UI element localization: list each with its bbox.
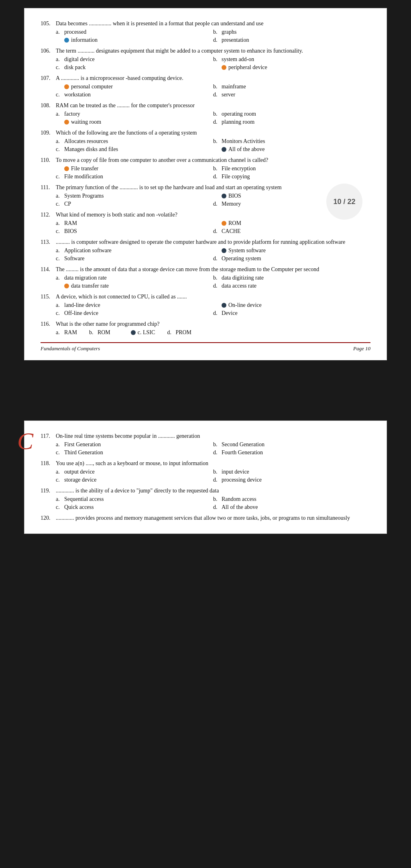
corner-mark: C <box>17 429 33 453</box>
q115-opt-c: c. Off-line device <box>56 310 213 317</box>
q119-text: ............. is the ability of a device… <box>56 488 370 494</box>
q115-num: 115. <box>41 294 56 300</box>
q108-opt-d: d. planning room <box>213 118 370 126</box>
q107-text: A ............. is a microprocessor -bas… <box>56 75 370 82</box>
q116-text: What is the other name for programmed ch… <box>56 321 370 327</box>
q109-num: 109. <box>41 130 56 136</box>
dot-icon <box>222 147 226 152</box>
q114-text: The ......... is the amount of data that… <box>56 266 370 273</box>
question-110: 110. To move a copy of file from one com… <box>41 157 370 180</box>
question-107: 107. A ............. is a microprocessor… <box>41 75 370 98</box>
q110-opt-a: File transfer <box>56 165 213 172</box>
q117-opt-a: a. First Generation <box>56 441 213 448</box>
question-106: 106. The term ............ designates eq… <box>41 48 370 71</box>
footer-right: Page 10 <box>353 345 370 352</box>
q105-opt-c: information <box>56 37 213 44</box>
q110-opt-c: c. File modification <box>56 173 213 180</box>
q106-opt-d: peripheral device <box>213 64 370 71</box>
q111-opt-c: c. CP <box>56 200 213 208</box>
q117-num: 117. <box>41 433 56 439</box>
main-container: 10 / 22 105. Data becomes ..............… <box>0 0 411 554</box>
q119-opt-c: c. Quick access <box>56 504 213 511</box>
q110-text: To move a copy of file from one computer… <box>56 157 370 163</box>
q111-text: The primary function of the ............… <box>56 184 370 191</box>
q115-opt-d: d. Device <box>213 310 370 317</box>
q108-opt-c: waiting room <box>56 118 213 126</box>
question-111: 111. The primary function of the .......… <box>41 184 370 208</box>
q115-text: A device, which is not connected to CPU,… <box>56 294 370 300</box>
dot-icon <box>222 194 226 198</box>
q110-opt-d: d. File copying <box>213 173 370 180</box>
q105-opt-b: b. graphs <box>213 29 370 36</box>
q113-opt-a: a. Application software <box>56 247 213 254</box>
q120-text: ............. provides process and memor… <box>56 515 370 521</box>
dot-icon <box>64 120 69 125</box>
q109-opt-a: a. Allocates resources <box>56 138 213 145</box>
q120-num: 120. <box>41 515 56 521</box>
q114-num: 114. <box>41 266 56 273</box>
q119-opt-b: b. Random access <box>213 496 370 503</box>
question-109: 109. Which of the following are the func… <box>41 130 370 153</box>
q119-opt-d: d. All of the above <box>213 504 370 511</box>
q111-opt-a: a. System Programs <box>56 192 213 200</box>
q115-opt-b: On-line device <box>213 302 370 309</box>
q107-opt-d: d. server <box>213 91 370 98</box>
q108-text: RAM can be treated as the ......... for … <box>56 102 370 109</box>
q108-opt-b: b. operating room <box>213 110 370 118</box>
q109-opt-d: All of the above <box>213 146 370 153</box>
question-105: 105. Data becomes ................ when … <box>41 20 370 44</box>
q113-text: .......... is computer software designed… <box>56 239 370 245</box>
q106-text: The term ............ designates equipme… <box>56 48 370 54</box>
q116-num: 116. <box>41 321 56 327</box>
q118-opt-a: a. output device <box>56 468 213 476</box>
q114-opt-c: data transfer rate <box>56 282 213 290</box>
q118-opt-b: b. input device <box>213 468 370 476</box>
q118-text: You use a(n) ....., such as a keyboard o… <box>56 460 370 467</box>
q106-opt-c: c. disk pack <box>56 64 213 71</box>
q118-num: 118. <box>41 460 56 467</box>
q105-text: Data becomes ................ when it is… <box>56 20 370 27</box>
q118-opt-d: d. processing device <box>213 476 370 484</box>
q112-text: What kind of memory is both static and n… <box>56 212 370 218</box>
q111-opt-d: d. Memory <box>213 200 370 208</box>
dot-icon <box>131 330 136 335</box>
q119-opt-a: a. Sequential access <box>56 496 213 503</box>
q105-opt-a: a. processed <box>56 29 213 36</box>
q113-opt-d: d. Operating system <box>213 255 370 262</box>
dot-icon <box>64 38 69 43</box>
q105-opt-d: d. presentation <box>213 37 370 44</box>
question-114: 114. The ......... is the amount of data… <box>41 266 370 290</box>
question-117: 117. On-line real time systems become po… <box>41 433 370 456</box>
q117-opt-b: b. Second Generation <box>213 441 370 448</box>
q112-opt-c: c. BIOS <box>56 228 213 235</box>
q119-num: 119. <box>41 488 56 494</box>
dot-icon <box>64 284 69 288</box>
q113-opt-b: System software <box>213 247 370 254</box>
q108-opt-a: a. factory <box>56 110 213 118</box>
q114-opt-a: a. data migration rate <box>56 274 213 282</box>
q107-opt-b: b. mainframe <box>213 83 370 90</box>
q118-opt-c: c. storage device <box>56 476 213 484</box>
q116-opt-a: a. RAM <box>56 329 77 336</box>
q114-opt-d: d. data access rate <box>213 282 370 290</box>
q115-opt-a: a. land-line device <box>56 302 213 309</box>
q109-opt-c: c. Manages disks and files <box>56 146 213 153</box>
dot-icon <box>64 84 69 89</box>
q111-opt-b: BIOS <box>213 192 370 200</box>
dot-icon <box>222 303 226 308</box>
q116-opt-d: d. PROM <box>167 329 191 336</box>
q107-opt-c: c. workstation <box>56 91 213 98</box>
q112-opt-b: ROM <box>213 220 370 227</box>
q106-opt-a: a. digital device <box>56 56 213 63</box>
q107-opt-a: personal computer <box>56 83 213 90</box>
exam-page-1: 10 / 22 105. Data becomes ..............… <box>24 8 387 360</box>
exam-page-2: C 117. On-line real time systems become … <box>24 421 387 534</box>
q116-opt-b: b. ROM <box>89 329 110 336</box>
question-116: 116. What is the other name for programm… <box>41 321 370 336</box>
question-112: 112. What kind of memory is both static … <box>41 212 370 235</box>
question-108: 108. RAM can be treated as the .........… <box>41 102 370 126</box>
q112-opt-d: d. CACHE <box>213 228 370 235</box>
q112-opt-a: a. RAM <box>56 220 213 227</box>
q116-opt-c: c. LSIC <box>122 329 155 336</box>
q110-num: 110. <box>41 157 56 163</box>
